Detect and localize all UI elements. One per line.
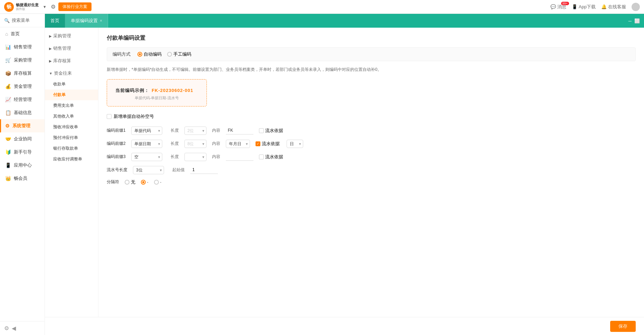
finance-icon: 💰	[5, 84, 11, 89]
prefix2-day-select[interactable]: 日 月 年	[287, 140, 303, 148]
sub-nav-group-title-finance[interactable]: ▼ 资金往来	[45, 68, 98, 79]
prefix2-content-select[interactable]: 年月日	[226, 140, 250, 148]
guide-icon: 🔰	[5, 149, 11, 155]
prefix3-select[interactable]: 空	[131, 153, 162, 161]
tab-encoding[interactable]: 单据编码设置 ×	[65, 14, 108, 28]
prefix2-serial-checkbox[interactable]: ✓	[256, 141, 260, 146]
logo-icon: 畅	[4, 2, 14, 12]
sidebar-item-label: 采购管理	[14, 57, 32, 63]
sub-nav-group-title-inventory[interactable]: ▶ 库存核算	[45, 55, 98, 66]
prefix3-select-wrapper: 空	[131, 153, 162, 161]
dropdown-selector[interactable]: ▾	[41, 3, 48, 10]
auto-fill-row: 新增单据自动补空号	[107, 113, 636, 120]
home-icon: ⌂	[5, 31, 8, 37]
sidebar-search[interactable]: 🔍 搜索菜单	[0, 14, 45, 27]
encoding-radio-group: 自动编码 手工编码	[137, 51, 191, 57]
serial-start-label: 起始值	[172, 167, 185, 173]
prefix3-row: 编码前缀3 空 长度 内容	[107, 153, 636, 161]
serial-start-input[interactable]	[190, 166, 218, 174]
settings-icon[interactable]: ⚙	[51, 3, 56, 10]
sub-nav-item-prepay-receivable[interactable]: 预收冲应收单	[45, 122, 98, 132]
logo-line2: 插件版	[16, 7, 39, 11]
sidebar-item-apps[interactable]: 📱 应用中心	[0, 159, 45, 172]
sub-nav-item-bank-deposit[interactable]: 银行存取款单	[45, 143, 98, 154]
sidebar-item-purchase[interactable]: 🛒 采购管理	[0, 54, 45, 67]
separator-dash-radio[interactable]: ·	[154, 179, 162, 185]
sub-nav-item-receivable-adjust[interactable]: 应收应付调整单	[45, 154, 98, 165]
sidebar-item-sales[interactable]: 📊 销售管理	[0, 40, 45, 54]
prefix2-content-label: 内容	[212, 141, 220, 147]
cta-button[interactable]: 体验行业方案	[58, 2, 92, 11]
app-download-icon: 📱	[572, 4, 577, 9]
encoding-method-row: 编码方式 自动编码 手工编码	[107, 47, 636, 61]
sub-nav-group-finance: ▼ 资金往来 收款单 付款单 费用支出单 其他收入单 预收冲应收单 预付冲应付单…	[45, 68, 98, 165]
serial-row: 流水号长度 3位 4位 5位 起始值	[107, 166, 636, 174]
prefix3-serial-wrapper: 流水依据	[259, 154, 283, 160]
content-right-wrapper: 首页 单据编码设置 × ─ ⬜ ▶ 采购管理	[45, 14, 644, 335]
messages-button[interactable]: 💬 消息 99+	[550, 4, 566, 10]
manual-encoding-radio[interactable]: 手工编码	[167, 51, 191, 57]
sub-nav: ▶ 采购管理 ▶ 销售管理 ▶ 库存核算	[45, 28, 98, 317]
sub-nav-group-title-purchase[interactable]: ▶ 采购管理	[45, 30, 98, 41]
sidebar-item-label: 企业协同	[14, 136, 32, 142]
search-label: 搜索菜单	[12, 17, 30, 24]
prefix1-serial-checkbox[interactable]	[259, 128, 264, 133]
prefix3-length-label: 长度	[171, 154, 179, 160]
sidebar-item-home[interactable]: ⌂ 首页	[0, 27, 45, 40]
prefix3-length-select[interactable]	[184, 153, 206, 161]
sidebar-item-system[interactable]: ⚙ 系统管理	[0, 119, 45, 132]
tab-minimize-icon[interactable]: ─	[628, 18, 632, 24]
dropdown-icon: ▾	[44, 4, 46, 9]
sidebar-item-guide[interactable]: 🔰 新手引导	[0, 146, 45, 159]
prefix1-length-select[interactable]: 2位	[184, 127, 206, 135]
prefix2-row: 编码前缀2 单据日期 长度 8位 内容	[107, 140, 636, 148]
sidebar-collapse-icon[interactable]: ◀	[12, 325, 16, 332]
separator-dot-radio[interactable]: ·	[141, 179, 148, 185]
prefix1-select[interactable]: 单据代码	[131, 127, 162, 135]
sub-nav-item-prepay-payable[interactable]: 预付冲应付单	[45, 132, 98, 143]
preview-box: 当前编码示例： FK-20230602-001 单据代码-单据日期-流水号	[107, 79, 207, 106]
sidebar-item-enterprise[interactable]: 🤝 企业协同	[0, 132, 45, 146]
top-bar-right: 💬 消息 99+ 📱 App下载 🔔 在线客服	[550, 3, 640, 11]
prefix2-select[interactable]: 单据日期	[131, 140, 162, 148]
sidebar-item-finance[interactable]: 💰 资金管理	[0, 80, 45, 93]
sidebar-item-label: 经营管理	[14, 96, 32, 103]
sidebar-item-members[interactable]: 👑 畅会员	[0, 172, 45, 185]
prefix3-serial-checkbox[interactable]	[259, 155, 264, 159]
prefix1-content-label: 内容	[212, 128, 220, 133]
sidebar-settings-icon[interactable]: ⚙	[4, 325, 9, 332]
auto-encoding-radio-circle	[137, 52, 142, 57]
separator-dash-circle	[154, 180, 159, 185]
encoding-method-label: 编码方式	[113, 51, 131, 57]
tab-close-icon[interactable]: ×	[100, 18, 102, 23]
sidebar-item-label: 首页	[11, 31, 20, 37]
sub-nav-item-receipt[interactable]: 收款单	[45, 79, 98, 90]
tab-maximize-icon[interactable]: ⬜	[634, 18, 640, 24]
app-download-label: App下载	[579, 4, 596, 10]
tab-home[interactable]: 首页	[45, 14, 65, 28]
prefix1-length-label: 长度	[171, 128, 179, 133]
sub-nav-group-label: 库存核算	[53, 58, 71, 64]
prefix3-content-value	[226, 153, 253, 161]
online-service-button[interactable]: 🔔 在线客服	[601, 4, 626, 10]
sidebar-item-inventory[interactable]: 📦 库存核算	[0, 67, 45, 80]
sub-nav-item-expense[interactable]: 费用支出单	[45, 100, 98, 111]
prefix2-length-select[interactable]: 8位	[184, 140, 206, 148]
prefix1-length-select-wrapper: 2位	[184, 127, 206, 135]
app-download-button[interactable]: 📱 App下载	[572, 4, 596, 10]
auto-fill-checkbox[interactable]	[107, 114, 112, 119]
auto-encoding-label: 自动编码	[144, 51, 162, 57]
serial-length-select[interactable]: 3位 4位 5位	[133, 166, 164, 174]
save-button[interactable]: 保存	[610, 321, 636, 332]
bottom-bar: 保存	[45, 317, 644, 335]
sub-nav-item-payment[interactable]: 付款单	[45, 90, 98, 100]
sub-nav-group-title-sales[interactable]: ▶ 销售管理	[45, 43, 98, 54]
sidebar-item-operations[interactable]: 📈 经营管理	[0, 93, 45, 106]
separator-dash-label: ·	[160, 179, 162, 185]
sub-nav-item-other-income[interactable]: 其他收入单	[45, 111, 98, 122]
prefix2-length-label: 长度	[171, 141, 179, 147]
separator-none-radio[interactable]: 无	[125, 179, 135, 185]
auto-encoding-radio[interactable]: 自动编码	[137, 51, 162, 57]
sidebar-item-basic[interactable]: 📋 基础信息	[0, 106, 45, 119]
user-avatar[interactable]	[632, 3, 640, 11]
